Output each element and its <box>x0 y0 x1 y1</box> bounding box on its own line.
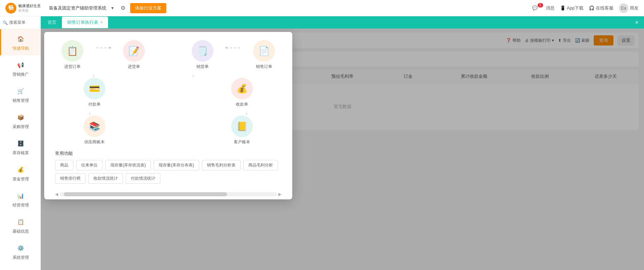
down-arrow-receipt: ↓ <box>236 110 258 115</box>
online-service-action[interactable]: 🎧 在线客服 <box>589 5 613 11</box>
basic-info-icon: 📋 <box>15 216 26 227</box>
flow-node-payment-bill: 💳 付款单 <box>84 78 105 107</box>
arrow-purchase-to-purchase-bill: ▶ <box>97 48 110 48</box>
tab-bar-close-btn[interactable]: × <box>631 19 643 26</box>
scroll-left-btn[interactable]: ◀ <box>55 192 58 197</box>
flow-node-sales-order: 📄 销售订单 <box>253 40 275 70</box>
supplier-ledger-circle: 📚 <box>84 115 105 137</box>
tab-sales-order[interactable]: 销售订单执行表 × <box>62 17 108 28</box>
logo-icon: 畅 <box>5 3 16 14</box>
cf-btn-stock-status[interactable]: 现存量(库存状况表) <box>105 160 151 170</box>
sales-bill-icon: 🗒️ <box>197 46 208 56</box>
sidebar-item-enterprise[interactable]: 🤝 企业协同 <box>0 265 40 270</box>
purchase-bill-label: 进货单 <box>128 64 140 70</box>
receipt-bill-label: 收款单 <box>236 102 248 107</box>
scroll-thumb[interactable] <box>64 192 227 196</box>
purchase-bill-icon: 📝 <box>128 46 139 56</box>
sales-bill-circle: 🗒️ <box>192 40 213 62</box>
sidebar-item-system[interactable]: ⚙️ 系统管理 <box>0 238 40 265</box>
cf-btn-partner[interactable]: 往来单位 <box>76 160 103 170</box>
customer-ledger-label: 客户账本 <box>234 139 250 145</box>
sidebar-item-inventory[interactable]: 🗄️ 库存核算 <box>0 134 40 160</box>
headset-icon: 🎧 <box>589 5 594 11</box>
down-arrow-sales-bill: ↓ <box>182 72 204 78</box>
spacer-down-1 <box>133 72 154 78</box>
phone-icon: 📱 <box>560 5 565 11</box>
search-icon: 🔍 <box>3 20 8 25</box>
tab-home[interactable]: 首页 <box>42 17 62 28</box>
customer-ledger-circle: 📒 <box>231 115 253 137</box>
tab-close-btn[interactable]: × <box>100 20 103 25</box>
system-icon: ⚙️ <box>15 242 26 253</box>
purchase-order-circle: 📋 <box>62 40 83 62</box>
cf-btn-payment-stats[interactable]: 付款情况统计 <box>126 173 160 184</box>
logo-text: 畅康通好生意 标准版 <box>18 3 41 13</box>
sidebar: 🔍 搜索菜单 🏠 快捷导航 📢 营销推广 🛒 销售管理 📦 采购管理 🗄️ 库存… <box>0 16 41 270</box>
message-action[interactable]: 💬 5 消息 <box>532 5 555 11</box>
common-functions: 常用功能 商品 往来单位 现存量(库存状况表) 现存量(库存分布表) 销售毛利分… <box>55 150 281 191</box>
sidebar-item-purchase[interactable]: 📦 采购管理 <box>0 108 40 134</box>
purchase-icon: 📦 <box>15 112 26 123</box>
supplier-ledger-icon: 📚 <box>89 121 100 132</box>
cf-row-1: 商品 往来单位 现存量(库存状况表) 现存量(库存分布表) 销售毛利分析表 商品… <box>55 160 281 170</box>
cf-btn-stock-dist[interactable]: 现存量(库存分布表) <box>154 160 199 170</box>
receipt-bill-circle: 💰 <box>231 78 253 100</box>
user-profile-action[interactable]: Ea 用友 <box>619 3 639 13</box>
sales-icon: 🛒 <box>15 86 26 96</box>
cf-btn-sales-margin[interactable]: 销售毛利分析表 <box>202 160 241 170</box>
trial-industry-btn[interactable]: 体验行业方案 <box>130 3 166 13</box>
down-arrow-payment: ↓ <box>79 110 101 115</box>
arrow-right-icon: ▶ <box>109 46 112 49</box>
cf-btn-product-margin[interactable]: 商品毛利分析 <box>243 160 278 170</box>
scroll-track <box>59 192 277 196</box>
sales-order-icon: 📄 <box>259 46 269 56</box>
sales-order-circle: 📄 <box>253 40 275 62</box>
spacer-down-2 <box>232 72 254 78</box>
sidebar-item-basic-info[interactable]: 📋 基础信息 <box>0 212 40 238</box>
payment-bill-icon: 💳 <box>89 84 100 94</box>
purchase-order-label: 进货订单 <box>64 64 81 70</box>
supplier-ledger-label: 供应商账本 <box>84 139 105 145</box>
purchase-bill-circle: 📝 <box>123 40 145 62</box>
enterprise-icon: 🤝 <box>15 269 26 270</box>
top-header: 畅 畅康通好生意 标准版 装备及固定资产辅助管理系统 ▼ ⚙ 体验行业方案 💬 … <box>0 0 644 16</box>
sidebar-item-finance[interactable]: 💰 资金管理 <box>0 160 40 186</box>
payment-bill-label: 付款单 <box>88 102 101 107</box>
flow-node-purchase-bill: 📝 进货单 <box>123 40 145 70</box>
arrow-left-icon: ◀ <box>225 46 227 49</box>
common-functions-title: 常用功能 <box>55 150 281 157</box>
system-dropdown-btn[interactable]: ▼ <box>109 5 116 11</box>
flow-node-customer-ledger: 📒 客户账本 <box>231 115 253 145</box>
header-right: 💬 5 消息 📱 App下载 🎧 在线客服 Ea 用友 <box>532 3 639 13</box>
modal-overlay: 📋 进货订单 ▶ <box>41 29 644 270</box>
flow-node-sales-bill: 🗒️ 销货单 <box>192 40 213 70</box>
cf-btn-sales-rank[interactable]: 销售排行榜 <box>55 173 86 184</box>
cf-btn-product[interactable]: 商品 <box>55 160 73 170</box>
sidebar-item-operations[interactable]: 📊 经营管理 <box>0 186 40 212</box>
sidebar-item-marketing[interactable]: 📢 营销推广 <box>0 55 40 82</box>
operations-icon: 📊 <box>15 190 26 201</box>
avatar: Ea <box>619 3 628 13</box>
marketing-icon: 📢 <box>15 59 26 70</box>
modal-content: 📋 进货订单 ▶ <box>44 32 292 191</box>
flow-node-supplier-ledger: 📚 供应商账本 <box>84 115 105 145</box>
sidebar-item-quick-nav[interactable]: 🏠 快捷导航 <box>0 29 40 55</box>
quick-nav-icon: 🏠 <box>15 33 26 44</box>
cf-btn-receipt-stats[interactable]: 收款情况统计 <box>88 173 123 184</box>
settings-gear-btn[interactable]: ⚙ <box>119 4 127 12</box>
sidebar-item-sales[interactable]: 🛒 销售管理 <box>0 82 40 108</box>
modal-box: 📋 进货订单 ▶ <box>44 32 292 199</box>
app-download-action[interactable]: 📱 App下载 <box>560 5 584 11</box>
main-layout: 🔍 搜索菜单 🏠 快捷导航 📢 营销推广 🛒 销售管理 📦 采购管理 🗄️ 库存… <box>0 16 644 270</box>
inventory-icon: 🗄️ <box>15 138 26 149</box>
message-icon: 💬 <box>532 5 538 11</box>
content-area: 首页 销售订单执行表 × × ❓ 帮助 🖨 按模板打印 ▾ <box>41 16 644 270</box>
flow-node-receipt-bill: 💰 收款单 <box>231 78 253 107</box>
page-content: ❓ 帮助 🖨 按模板打印 ▾ ⬆ 导出 🔄 刷新 查询 设置 <box>41 29 644 270</box>
payment-bill-circle: 💳 <box>84 78 105 100</box>
scroll-right-btn[interactable]: ▶ <box>278 192 281 197</box>
customer-ledger-icon: 📒 <box>237 121 247 132</box>
header-middle: 装备及固定资产辅助管理系统 ▼ ⚙ 体验行业方案 <box>49 3 532 13</box>
search-menu[interactable]: 🔍 搜索菜单 <box>0 16 40 29</box>
scrollbar-row: ◀ ▶ <box>55 192 281 197</box>
